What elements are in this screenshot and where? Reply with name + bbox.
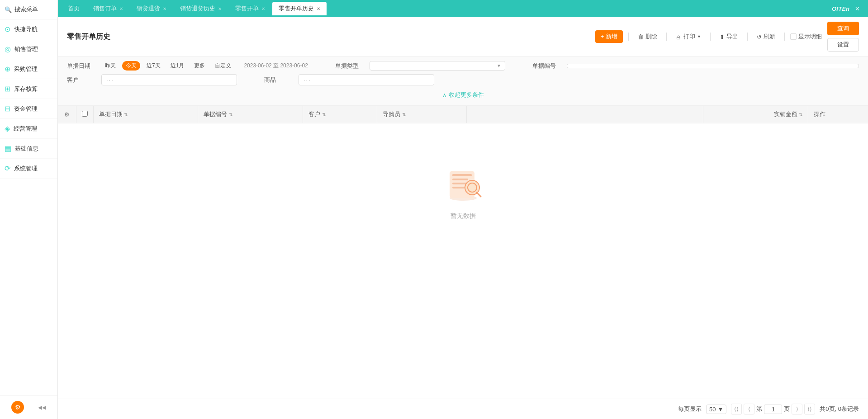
toolbar: + 新增 🗑 删除 🖨 打印 ▼ ⬆ 导出 <box>595 22 859 52</box>
delete-button[interactable]: 🗑 删除 <box>634 31 661 42</box>
tab-sales-return-label: 销货退货 <box>137 5 160 13</box>
tab-sales-return-history-label: 销货退货历史 <box>180 5 215 13</box>
tab-sales-return-history[interactable]: 销货退货历史 ✕ <box>174 2 228 15</box>
sys-mgmt-icon: ⟳ <box>5 164 10 173</box>
print-label: 打印 <box>683 33 695 41</box>
th-date[interactable]: 单据日期 ⇅ <box>93 106 198 123</box>
date-option-today[interactable]: 今天 <box>122 61 140 71</box>
add-button[interactable]: + 新增 <box>595 30 623 43</box>
type-select[interactable]: ▼ <box>370 61 505 71</box>
checkbox-box <box>790 33 797 40</box>
tab-retail-open-close[interactable]: ✕ <box>261 6 265 11</box>
filter-area: 单据日期 昨天 今天 近7天 近1月 更多 自定义 2023-06-02 至 2… <box>58 56 868 106</box>
divider2 <box>666 33 667 41</box>
collapse-filter-label: 收起更多条件 <box>449 91 484 99</box>
tab-sales-return[interactable]: 销货退货 ✕ <box>130 2 173 15</box>
th-amount-label: 实销金额 <box>774 111 797 118</box>
divider5 <box>784 33 785 41</box>
page-first-btn[interactable]: ⟨⟨ <box>731 404 742 414</box>
select-all-checkbox[interactable] <box>82 111 88 117</box>
sidebar-search-label: 搜索采单 <box>14 5 38 14</box>
page-input[interactable] <box>764 405 782 414</box>
page-next-btn[interactable]: ⟩ <box>792 404 802 414</box>
per-page-value: 50 <box>709 406 716 413</box>
date-option-last1month[interactable]: 近1月 <box>167 61 188 71</box>
purchase-mgmt-icon: ⊕ <box>5 65 10 73</box>
goods-input[interactable]: ··· <box>299 74 434 85</box>
th-customer[interactable]: 客户 ⇅ <box>303 106 377 123</box>
display-detail-label: 显示明细 <box>798 33 822 41</box>
delete-icon: 🗑 <box>638 33 644 40</box>
settings-button[interactable]: ⚙ <box>11 401 24 414</box>
date-option-more[interactable]: 更多 <box>190 61 209 71</box>
tab-sales-return-close[interactable]: ✕ <box>163 6 166 11</box>
query-button[interactable]: 查询 <box>827 22 859 35</box>
date-option-last7days[interactable]: 近7天 <box>143 61 164 71</box>
tab-retail-history-close[interactable]: ✕ <box>317 6 320 11</box>
display-detail-checkbox[interactable]: 显示明细 <box>790 33 822 41</box>
export-icon: ⬆ <box>720 33 725 40</box>
sidebar-item-purchase-mgmt[interactable]: ⊕ 采购管理 <box>0 59 57 79</box>
th-check[interactable] <box>76 106 93 123</box>
th-action: 操作 <box>808 106 868 123</box>
tab-sales-order[interactable]: 销售订单 ✕ <box>87 2 129 15</box>
export-label: 导出 <box>726 33 738 41</box>
sidebar-item-quick-nav[interactable]: ⊙ 快捷导航 <box>0 19 57 39</box>
sidebar-item-finance[interactable]: ⊟ 资金管理 <box>0 99 57 119</box>
date-option-custom[interactable]: 自定义 <box>211 61 235 71</box>
th-gear[interactable]: ⚙ <box>58 106 76 123</box>
refresh-icon: ↺ <box>757 33 762 40</box>
top-right: OfTEn ✕ <box>832 5 864 12</box>
th-spacer <box>467 106 703 123</box>
sidebar-item-operation[interactable]: ◈ 经营管理 <box>0 119 57 139</box>
refresh-label: 刷新 <box>764 33 775 41</box>
page-nav: ⟨⟨ ⟨ 第 页 ⟩ ⟩⟩ <box>731 404 815 414</box>
customer-input[interactable]: ··· <box>101 74 237 85</box>
date-option-yesterday[interactable]: 昨天 <box>101 61 119 71</box>
per-page-label: 每页显示 <box>678 405 702 413</box>
sidebar-item-label: 经营管理 <box>14 125 37 133</box>
sidebar: 🔍 搜索采单 ⊙ 快捷导航 ◎ 销售管理 ⊕ 采购管理 ⊞ 库存核算 ⊟ 资金管… <box>0 0 58 419</box>
filter-row-2: 客户 ··· 商品 ··· <box>67 74 859 85</box>
goods-label: 商品 <box>264 76 289 84</box>
per-page-select[interactable]: 50 ▼ <box>706 405 726 414</box>
print-button[interactable]: 🖨 打印 ▼ <box>672 31 705 42</box>
delete-label: 删除 <box>645 33 657 41</box>
table-container: ⚙ 单据日期 ⇅ 单据编号 ⇅ 客户 <box>58 106 868 399</box>
tab-home[interactable]: 首页 <box>62 2 86 15</box>
th-no[interactable]: 单据编号 ⇅ <box>198 106 303 123</box>
page-label-post: 页 <box>784 405 790 413</box>
tab-sales-order-close[interactable]: ✕ <box>119 6 123 11</box>
empty-text: 暂无数据 <box>451 212 476 220</box>
th-guide[interactable]: 导购员 ⇅ <box>377 106 467 123</box>
collapse-sidebar-button[interactable]: ◂◂ <box>38 402 46 412</box>
quick-nav-icon: ⊙ <box>5 25 10 33</box>
sidebar-bottom: ⚙ ◂◂ <box>0 395 57 419</box>
docno-input[interactable] <box>567 64 859 68</box>
per-page-dropdown-icon: ▼ <box>717 406 723 413</box>
collapse-up-icon: ∧ <box>442 92 447 99</box>
docno-label: 单据编号 <box>532 62 558 70</box>
sidebar-item-sys-mgmt[interactable]: ⟳ 系统管理 <box>0 159 57 179</box>
filter-row-1: 单据日期 昨天 今天 近7天 近1月 更多 自定义 2023-06-02 至 2… <box>67 61 859 71</box>
th-customer-label: 客户 <box>308 111 320 118</box>
collapse-filter-btn[interactable]: ∧ 收起更多条件 <box>67 89 859 101</box>
page-prev-btn[interactable]: ⟨ <box>744 404 754 414</box>
tab-retail-open[interactable]: 零售开单 ✕ <box>229 2 271 15</box>
tab-sales-return-history-close[interactable]: ✕ <box>218 6 222 11</box>
tab-retail-history[interactable]: 零售开单历史 ✕ <box>272 2 327 15</box>
total-label: 共0页, 0条记录 <box>820 405 859 413</box>
main-content: 首页 销售订单 ✕ 销货退货 ✕ 销货退货历史 ✕ 零售开单 ✕ 零售开单历史 … <box>58 0 868 419</box>
sidebar-item-inventory[interactable]: ⊞ 库存核算 <box>0 79 57 99</box>
sidebar-item-sales-mgmt[interactable]: ◎ 销售管理 <box>0 39 57 59</box>
export-button[interactable]: ⬆ 导出 <box>716 31 742 42</box>
refresh-button[interactable]: ↺ 刷新 <box>753 31 779 42</box>
th-amount[interactable]: 实销金额 ⇅ <box>703 106 808 123</box>
goods-dots: ··· <box>304 76 311 83</box>
setting-button[interactable]: 设置 <box>827 38 859 52</box>
sidebar-search[interactable]: 🔍 搜索采单 <box>0 0 57 19</box>
sidebar-item-basic-info[interactable]: ▤ 基础信息 <box>0 139 57 159</box>
tab-retail-history-label: 零售开单历史 <box>279 5 314 13</box>
window-close-button[interactable]: ✕ <box>855 5 860 12</box>
page-last-btn[interactable]: ⟩⟩ <box>804 404 815 414</box>
